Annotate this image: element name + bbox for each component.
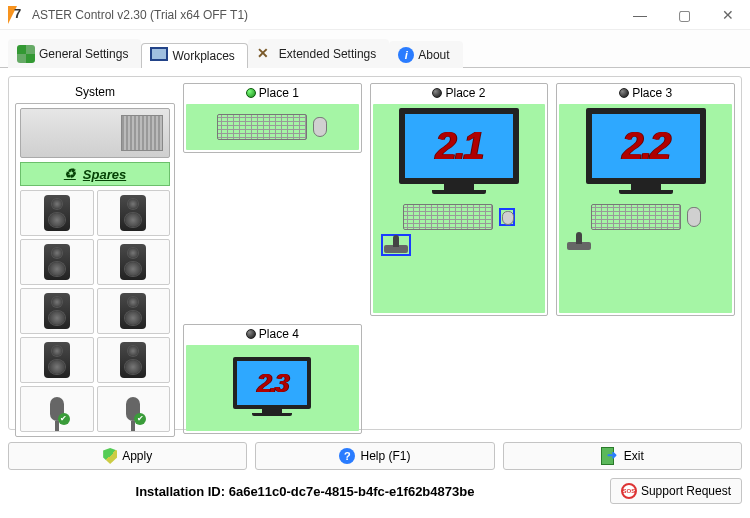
speaker-icon [44, 342, 70, 378]
place-header: Place 2 [371, 84, 548, 102]
wrench-icon [257, 45, 275, 63]
button-label: Exit [624, 449, 644, 463]
spares-header[interactable]: ♻ Spares [20, 162, 170, 186]
screen-number: 2.2 [586, 108, 706, 184]
system-column: System ♻ Spares [15, 83, 175, 437]
app-logo-icon [8, 6, 26, 24]
place-3[interactable]: Place 3 2.2 [556, 83, 735, 316]
screen-number: 2.1 [399, 108, 519, 184]
exit-icon [601, 447, 619, 465]
exit-button[interactable]: Exit [503, 442, 742, 470]
spare-mic[interactable] [97, 386, 171, 432]
button-label: Help (F1) [360, 449, 410, 463]
mouse-icon-selected[interactable] [499, 208, 515, 226]
spare-mic[interactable] [20, 386, 94, 432]
window-title: ASTER Control v2.30 (Trial x64 OFF T1) [32, 8, 248, 22]
place-4[interactable]: Place 4 2.3 [183, 324, 362, 434]
place-label: Place 3 [632, 86, 672, 100]
monitor-icon[interactable]: 2.1 [399, 108, 519, 200]
spare-speaker[interactable] [97, 337, 171, 383]
place-label: Place 2 [445, 86, 485, 100]
monitor-icon[interactable]: 2.3 [233, 357, 311, 419]
spare-speaker[interactable] [20, 337, 94, 383]
place-1[interactable]: Place 1 [183, 83, 362, 153]
joystick-icon-selected[interactable] [381, 234, 411, 256]
speaker-icon [120, 195, 146, 231]
status-dot-black [619, 88, 629, 98]
spare-speaker[interactable] [20, 190, 94, 236]
system-title: System [15, 83, 175, 103]
screen-number: 2.3 [233, 357, 311, 409]
speaker-icon [44, 244, 70, 280]
place-body[interactable]: 2.1 [373, 104, 546, 313]
window-buttons: — ▢ ✕ [618, 0, 750, 30]
speaker-icon [44, 195, 70, 231]
mouse-icon[interactable] [687, 207, 701, 227]
mic-icon [50, 397, 64, 421]
keyboard-icon[interactable] [403, 204, 493, 230]
place-header: Place 3 [557, 84, 734, 102]
tab-about[interactable]: i About [389, 41, 462, 68]
tab-extended-settings[interactable]: Extended Settings [248, 39, 389, 68]
tab-general-settings[interactable]: General Settings [8, 39, 141, 68]
bottom-button-bar: Apply ? Help (F1) Exit [0, 438, 750, 474]
keyboard-icon[interactable] [217, 114, 307, 140]
installation-id: Installation ID: 6a6e11c0-dc7e-4815-b4fc… [8, 484, 602, 499]
footer: Installation ID: 6a6e11c0-dc7e-4815-b4fc… [0, 474, 750, 510]
system-unit-icon[interactable] [20, 108, 170, 158]
tab-label: Extended Settings [279, 47, 376, 61]
gear-icon [17, 45, 35, 63]
support-request-button[interactable]: SOS Support Request [610, 478, 742, 504]
spare-speaker[interactable] [97, 288, 171, 334]
close-button[interactable]: ✕ [706, 0, 750, 30]
system-frame[interactable]: ♻ Spares [15, 103, 175, 437]
help-button[interactable]: ? Help (F1) [255, 442, 494, 470]
place-body[interactable] [186, 104, 359, 150]
help-icon: ? [339, 448, 355, 464]
joystick-icon[interactable] [567, 234, 591, 250]
monitor-icon [150, 47, 168, 61]
spares-list [20, 190, 170, 432]
title-bar: ASTER Control v2.30 (Trial x64 OFF T1) —… [0, 0, 750, 30]
status-dot-black [432, 88, 442, 98]
button-label: Apply [122, 449, 152, 463]
tab-label: General Settings [39, 47, 128, 61]
tab-label: Workplaces [172, 49, 234, 63]
place-body[interactable]: 2.2 [559, 104, 732, 313]
place-body[interactable]: 2.3 [186, 345, 359, 431]
place-header: Place 4 [184, 325, 361, 343]
tab-content: System ♻ Spares [0, 68, 750, 438]
workplaces-panel: System ♻ Spares [8, 76, 742, 430]
monitor-icon[interactable]: 2.2 [586, 108, 706, 200]
place-2[interactable]: Place 2 2.1 [370, 83, 549, 316]
spare-speaker[interactable] [20, 288, 94, 334]
sos-icon: SOS [621, 483, 637, 499]
shield-icon [103, 448, 117, 464]
place-header: Place 1 [184, 84, 361, 102]
speaker-icon [120, 244, 146, 280]
mouse-icon[interactable] [313, 117, 327, 137]
tab-workplaces[interactable]: Workplaces [141, 43, 247, 68]
keyboard-icon[interactable] [591, 204, 681, 230]
recycle-icon: ♻ [64, 166, 80, 182]
minimize-button[interactable]: — [618, 0, 662, 30]
places-grid: Place 1 Place 2 2.1 [183, 83, 735, 437]
place-label: Place 4 [259, 327, 299, 341]
mic-icon [126, 397, 140, 421]
status-dot-green [246, 88, 256, 98]
spare-speaker[interactable] [20, 239, 94, 285]
spare-speaker[interactable] [97, 239, 171, 285]
maximize-button[interactable]: ▢ [662, 0, 706, 30]
tab-label: About [418, 48, 449, 62]
button-label: Support Request [641, 484, 731, 498]
speaker-icon [120, 293, 146, 329]
place-label: Place 1 [259, 86, 299, 100]
spare-speaker[interactable] [97, 190, 171, 236]
joystick-icon [384, 237, 408, 253]
speaker-icon [44, 293, 70, 329]
apply-button[interactable]: Apply [8, 442, 247, 470]
speaker-icon [120, 342, 146, 378]
status-dot-black [246, 329, 256, 339]
info-icon: i [398, 47, 414, 63]
spares-label: Spares [83, 167, 126, 182]
